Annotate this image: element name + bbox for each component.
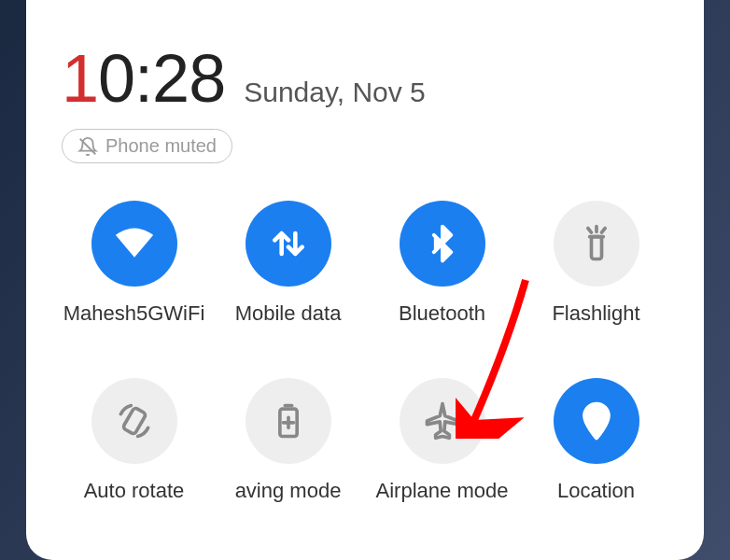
tile-mobile-data[interactable]: Mobile data — [216, 201, 360, 326]
svg-rect-5 — [122, 407, 147, 435]
tile-label: Mobile data — [235, 301, 342, 326]
date-label: Sunday, Nov 5 — [244, 77, 426, 108]
clock: 10:28 — [62, 45, 225, 112]
bell-off-icon — [77, 136, 98, 157]
tile-label: Bluetooth — [399, 301, 485, 326]
header: 10:28 Sunday, Nov 5 — [62, 45, 668, 112]
quick-settings-panel: 10:28 Sunday, Nov 5 Phone muted Mahesh5G… — [26, 0, 704, 560]
tile-location[interactable]: Location — [524, 378, 668, 503]
mobile-data-icon — [246, 201, 331, 287]
tile-wifi[interactable]: Mahesh5GWiFi — [62, 201, 206, 326]
tile-label: Flashlight — [552, 301, 639, 326]
svg-point-10 — [592, 412, 600, 420]
phone-muted-chip[interactable]: Phone muted — [62, 129, 232, 163]
tile-label: Mahesh5GWiFi — [63, 301, 205, 326]
tile-label: Auto rotate — [84, 479, 185, 503]
auto-rotate-icon — [91, 378, 177, 464]
chip-label: Phone muted — [105, 135, 217, 157]
tile-label: aving mode — [235, 479, 342, 503]
clock-rest: 0:28 — [98, 41, 225, 116]
location-icon — [554, 378, 639, 464]
svg-line-3 — [587, 229, 591, 233]
svg-line-4 — [601, 229, 605, 233]
tile-flashlight[interactable]: Flashlight — [524, 201, 668, 326]
tile-auto-rotate[interactable]: Auto rotate — [62, 378, 206, 503]
tile-label: Location — [557, 479, 635, 503]
flashlight-icon — [554, 201, 639, 287]
tile-airplane-mode[interactable]: Airplane mode — [370, 378, 514, 503]
tile-label: Airplane mode — [376, 479, 509, 503]
svg-rect-1 — [591, 237, 601, 259]
clock-leading-digit: 1 — [62, 41, 98, 116]
bluetooth-icon — [400, 201, 485, 287]
battery-saver-icon — [246, 378, 331, 464]
status-row: Phone muted — [62, 129, 668, 163]
quick-settings-grid: Mahesh5GWiFi Mobile data Bluetooth — [62, 201, 668, 503]
tile-saving-mode[interactable]: aving mode — [216, 378, 360, 503]
airplane-icon — [400, 378, 485, 464]
wifi-icon — [91, 201, 177, 287]
tile-bluetooth[interactable]: Bluetooth — [370, 201, 514, 326]
